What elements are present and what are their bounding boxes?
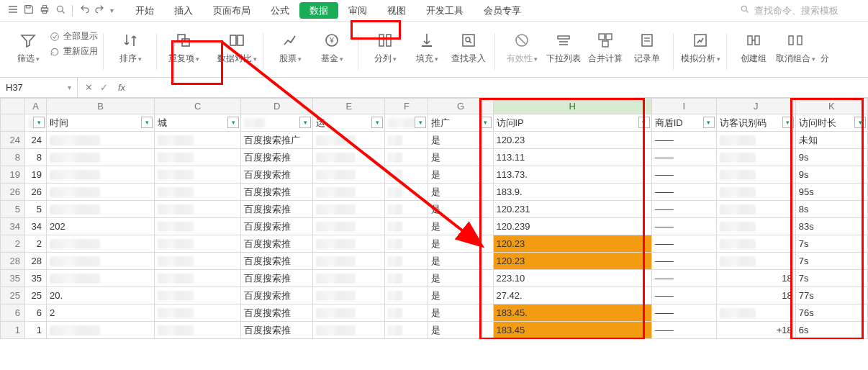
save-icon[interactable] <box>23 4 35 17</box>
cell[interactable]: 是 <box>428 287 493 304</box>
cell[interactable]: 18 <box>716 287 795 304</box>
cell[interactable] <box>313 304 385 322</box>
sort-button[interactable]: 排序▾ <box>109 27 151 64</box>
menu-tab-8[interactable]: 会员专享 <box>474 0 531 21</box>
cell[interactable]: +18 <box>716 322 795 339</box>
command-search[interactable] <box>740 4 865 17</box>
cell[interactable] <box>313 253 385 270</box>
cell[interactable]: 8 <box>25 149 47 166</box>
cell[interactable]: 24 <box>25 132 47 149</box>
cell[interactable]: —— <box>651 132 716 149</box>
row-header[interactable] <box>1 114 25 132</box>
cell[interactable]: 19 <box>25 166 47 184</box>
row-header[interactable]: 2 <box>1 235 25 253</box>
select-all-corner[interactable] <box>1 99 25 114</box>
cell[interactable]: 是 <box>428 322 493 339</box>
cell[interactable]: —— <box>651 235 716 253</box>
menu-tab-7[interactable]: 开发工具 <box>416 0 474 21</box>
cell[interactable]: —— <box>651 218 716 235</box>
group-ungroup-button[interactable]: 取消组合▾ <box>774 27 816 64</box>
fill-button[interactable]: 填充▾ <box>406 27 448 64</box>
cell[interactable]: 77s <box>795 287 867 304</box>
command-search-input[interactable] <box>754 5 855 16</box>
cell[interactable] <box>155 201 241 218</box>
cell[interactable]: 113.11 <box>493 149 651 166</box>
cell[interactable]: 9s <box>795 166 867 184</box>
cell[interactable]: —— <box>651 201 716 218</box>
cell[interactable] <box>313 184 385 201</box>
cell[interactable] <box>47 201 155 218</box>
validity-button[interactable]: 有效性▾ <box>501 27 543 64</box>
text-to-columns-button[interactable]: 分列▾ <box>364 27 406 64</box>
cell[interactable] <box>155 304 241 322</box>
row-header[interactable]: 6 <box>1 304 25 322</box>
fx-label[interactable]: fx <box>118 82 125 93</box>
row-header[interactable]: 26 <box>1 184 25 201</box>
cell[interactable] <box>155 184 241 201</box>
cell[interactable] <box>313 132 385 149</box>
cell[interactable]: —— <box>651 304 716 322</box>
menu-tab-3[interactable]: 公式 <box>261 0 299 21</box>
cell[interactable] <box>155 287 241 304</box>
cell[interactable]: 183.9. <box>493 184 651 201</box>
cell[interactable] <box>155 149 241 166</box>
row-header[interactable]: 19 <box>1 166 25 184</box>
cell[interactable] <box>47 166 155 184</box>
cell[interactable]: 113.73. <box>493 166 651 184</box>
row-header[interactable]: 25 <box>1 287 25 304</box>
cell[interactable] <box>47 270 155 287</box>
cell[interactable] <box>155 253 241 270</box>
cell[interactable]: 百度搜索推 <box>241 235 313 253</box>
cell[interactable]: 2 <box>25 235 47 253</box>
menu-tab-4[interactable]: 数据 <box>299 2 338 19</box>
cell[interactable] <box>716 166 795 184</box>
cell[interactable]: 百度搜索推 <box>241 287 313 304</box>
cell[interactable]: 百度搜索推 <box>241 270 313 287</box>
row-header[interactable]: 35 <box>1 270 25 287</box>
cell[interactable] <box>385 184 428 201</box>
filter-button-B[interactable]: ▾ <box>141 117 153 128</box>
group-more-button[interactable]: 分 <box>816 27 833 63</box>
cell[interactable] <box>313 235 385 253</box>
cell[interactable] <box>313 149 385 166</box>
cell[interactable]: 34 <box>25 218 47 235</box>
cell[interactable]: 是 <box>428 235 493 253</box>
cell[interactable]: 百度搜索推 <box>241 322 313 339</box>
cell[interactable]: 120.23 <box>493 235 651 253</box>
cell[interactable]: 5 <box>25 201 47 218</box>
cell[interactable] <box>716 304 795 322</box>
cell[interactable] <box>716 149 795 166</box>
menu-icon[interactable] <box>7 4 19 17</box>
filter-button-K[interactable]: ▾ <box>854 117 866 128</box>
cell[interactable]: 7s <box>795 270 867 287</box>
menu-tab-0[interactable]: 开始 <box>125 0 164 21</box>
cell[interactable]: 9s <box>795 149 867 166</box>
row-header[interactable]: 28 <box>1 253 25 270</box>
cell[interactable]: 26 <box>25 184 47 201</box>
cell[interactable]: 6s <box>795 322 867 339</box>
filter-button-G[interactable]: ▾ <box>480 117 492 128</box>
cell[interactable] <box>155 218 241 235</box>
undo-icon[interactable] <box>78 4 90 17</box>
cell[interactable] <box>385 218 428 235</box>
cell[interactable]: 27.42. <box>493 287 651 304</box>
column-header-I[interactable]: I <box>651 99 716 114</box>
filter-button-E[interactable]: ▾ <box>371 117 383 128</box>
cell[interactable] <box>716 218 795 235</box>
cell[interactable] <box>47 184 155 201</box>
cell[interactable] <box>47 322 155 339</box>
cell[interactable]: 120.23 <box>493 253 651 270</box>
filter-button-F[interactable]: ▾ <box>415 117 426 128</box>
cell[interactable]: —— <box>651 184 716 201</box>
menu-tab-1[interactable]: 插入 <box>164 0 203 21</box>
duplicates-button[interactable]: 重复项▾ <box>163 27 204 64</box>
cell[interactable] <box>155 322 241 339</box>
row-header[interactable]: 24 <box>1 132 25 149</box>
cell[interactable] <box>385 201 428 218</box>
cell[interactable]: 是 <box>428 132 493 149</box>
cell[interactable]: 35 <box>25 270 47 287</box>
cell[interactable] <box>385 149 428 166</box>
whatif-button[interactable]: 模拟分析▾ <box>679 27 721 64</box>
cell[interactable] <box>716 132 795 149</box>
cell[interactable]: 25 <box>25 287 47 304</box>
